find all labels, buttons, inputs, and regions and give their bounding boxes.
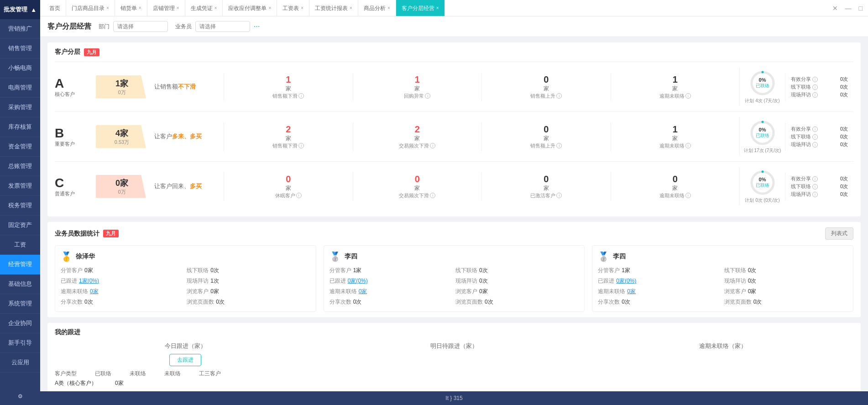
tab-0[interactable]: 首页 bbox=[44, 0, 66, 16]
settings-icon[interactable]: ⚙ bbox=[0, 388, 40, 405]
sidebar-item-3[interactable]: 电商管理 bbox=[0, 78, 40, 98]
sidebar-item-7[interactable]: 总账管理 bbox=[0, 157, 40, 176]
bottom-bar: It } 315 bbox=[40, 391, 868, 405]
tab-4[interactable]: 生成凭证× bbox=[185, 0, 223, 16]
tier-stat-C-1[interactable]: 0 家 交易频次下滑 i bbox=[353, 172, 482, 201]
sidebar-item-12[interactable]: 经营管理 bbox=[0, 255, 40, 274]
tier-volume-B: 4家 0.53万 bbox=[91, 121, 151, 152]
tab-close-5[interactable]: × bbox=[268, 0, 271, 16]
sidebar-toggle-icon[interactable]: ▲ bbox=[31, 6, 37, 13]
sidebar-item-16[interactable]: 新手引导 bbox=[0, 333, 40, 353]
sidebar-header[interactable]: 批发管理 ▲ bbox=[0, 0, 40, 19]
sidebar-title: 批发管理 bbox=[4, 5, 27, 14]
tab-close-6[interactable]: × bbox=[301, 0, 303, 16]
tier-stat-A-2[interactable]: 0 家 销售额上升 i bbox=[481, 73, 611, 101]
sidebar-item-2[interactable]: 小畅电商 bbox=[0, 58, 40, 78]
tab-3[interactable]: 店铺管理× bbox=[147, 0, 185, 16]
filter-more-icon[interactable]: ··· bbox=[254, 22, 260, 31]
sidebar-item-11[interactable]: 工资 bbox=[0, 235, 40, 255]
tab-close-9[interactable]: × bbox=[436, 0, 439, 16]
salesman-stat-2-2[interactable]: 已跟进0家(0%) bbox=[598, 277, 721, 285]
sidebar-item-13[interactable]: 基础信息 bbox=[0, 274, 40, 294]
close-tab-icon[interactable]: ✕ bbox=[831, 5, 840, 12]
sidebar-item-17[interactable]: 云应用 bbox=[0, 353, 40, 373]
tier-stat-C-0[interactable]: 0 家 休眠客户 i bbox=[224, 172, 353, 201]
tier-circle-B: 0% 已联络 计划 17次 (7天/次) bbox=[739, 117, 785, 156]
tab-close-4[interactable]: × bbox=[214, 0, 217, 16]
salesman-stat-0-5: 浏览客户0家 bbox=[187, 288, 310, 295]
salesman-stats-grid-1: 分管客户1家线下联络0次已跟进0家(0%)现场拜访0次逾期未联络0家浏览客户0家… bbox=[329, 267, 579, 306]
tab-close-7[interactable]: × bbox=[350, 0, 352, 16]
goto-followup-button[interactable]: 去跟进 bbox=[169, 354, 201, 366]
tier-stat-A-1[interactable]: 1 家 回购异常 i bbox=[353, 73, 482, 101]
tier-right-stats-B: 有效分享 i0次线下联络 i0次现场拜访 i0次 bbox=[785, 123, 853, 151]
tab-close-2[interactable]: × bbox=[139, 0, 141, 16]
sidebar-item-15[interactable]: 企业协同 bbox=[0, 314, 40, 333]
sidebar-item-6[interactable]: 资金管理 bbox=[0, 137, 40, 157]
tier-stat-B-2[interactable]: 0 家 销售额上升 i bbox=[481, 122, 611, 151]
sidebar-item-0[interactable]: 营销推广 bbox=[0, 19, 40, 39]
staff-label: 业务员 bbox=[175, 23, 192, 31]
sidebar-item-4[interactable]: 采购管理 bbox=[0, 98, 40, 117]
tier-right-stats-C: 有效分享 i0次线下联络 i0次现场拜访 i0次 bbox=[785, 173, 853, 200]
tomorrow-followup-title: 明日待跟进（家） bbox=[324, 342, 585, 350]
tab-close-3[interactable]: × bbox=[177, 0, 179, 16]
tier-stat-A-0[interactable]: 1 家 销售额下滑 i bbox=[224, 73, 353, 101]
staff-select[interactable] bbox=[195, 21, 250, 32]
minimize-icon[interactable]: — bbox=[843, 5, 853, 12]
sidebar-item-8[interactable]: 发票管理 bbox=[0, 176, 40, 196]
salesman-stat-0-2[interactable]: 已跟进1家(0%) bbox=[61, 277, 184, 285]
sidebar-item-5[interactable]: 库存核算 bbox=[0, 117, 40, 137]
sidebar-item-9[interactable]: 税务管理 bbox=[0, 196, 40, 216]
tab-6[interactable]: 工资表× bbox=[277, 0, 309, 16]
tab-close-1[interactable]: × bbox=[106, 0, 109, 16]
tier-stat-B-0[interactable]: 2 家 销售额下滑 i bbox=[224, 122, 353, 151]
tier-stat-A-3[interactable]: 1 家 逾期未联络 i bbox=[611, 73, 740, 101]
tab-9[interactable]: 客户分层经营× bbox=[396, 0, 445, 16]
salesman-stats-grid-0: 分管客户0家线下联络0次已跟进1家(0%)现场拜访1次逾期未联络0家浏览客户0家… bbox=[61, 267, 310, 306]
salesman-stat-1-6: 分享次数0次 bbox=[329, 298, 453, 306]
salesman-card-2: 🥈李四分管客户1家线下联络0次已跟进0家(0%)现场拜访0次逾期未联络0家浏览客… bbox=[592, 245, 853, 312]
salesman-stat-1-5: 浏览客户0家 bbox=[455, 288, 579, 295]
customer-tier-title: 客户分层 九月 bbox=[55, 48, 853, 56]
tab-8[interactable]: 商品分析× bbox=[358, 0, 396, 16]
tier-stat-B-3[interactable]: 1 家 逾期未联络 i bbox=[611, 122, 740, 151]
tab-5[interactable]: 应收应付调整单× bbox=[223, 0, 277, 16]
tabs-actions: ✕ — □ bbox=[831, 5, 864, 12]
list-view-button[interactable]: 列表式 bbox=[825, 227, 853, 240]
salesman-section: 业务员数据统计 九月 列表式 🥇徐泽华分管客户0家线下联络0次已跟进1家(0%)… bbox=[47, 222, 861, 317]
tab-1[interactable]: 门店商品目录× bbox=[66, 0, 115, 16]
tomorrow-followup-card: 明日待跟进（家） bbox=[324, 342, 585, 387]
dept-select[interactable] bbox=[113, 21, 168, 32]
salesman-stat-0-4[interactable]: 逾期未联络0家 bbox=[61, 288, 184, 295]
tab-close-8[interactable]: × bbox=[387, 0, 390, 16]
salesman-stat-1-4[interactable]: 逾期未联络0家 bbox=[329, 288, 453, 295]
tab-2[interactable]: 销货单× bbox=[115, 0, 147, 16]
tier-strategy-C: 让客户回来、多买 bbox=[151, 182, 224, 190]
sidebar-item-10[interactable]: 固定资产 bbox=[0, 216, 40, 235]
tier-strategy-B: 让客户多来、多买 bbox=[151, 132, 224, 141]
tier-circle-C: 0% 已联络 计划 0次 (0天/次) bbox=[739, 167, 785, 205]
salesman-stat-2-5: 浏览客户0家 bbox=[724, 288, 847, 295]
salesman-stat-2-4[interactable]: 逾期未联络0家 bbox=[598, 288, 721, 295]
salesman-stat-1-2[interactable]: 已跟进0家(0%) bbox=[329, 277, 453, 285]
tabs-bar: 首页门店商品目录×销货单×店铺管理×生成凭证×应收应付调整单×工资表×工资统计报… bbox=[40, 0, 868, 16]
tier-right-stats-A: 有效分享 i0次线下联络 i0次现场拜访 i0次 bbox=[785, 73, 853, 101]
salesman-stat-1-1: 线下联络0次 bbox=[455, 267, 579, 274]
bottom-bar-text: It } 315 bbox=[445, 395, 462, 401]
salesman-stats-grid-2: 分管客户1家线下联络0次已跟进0家(0%)现场拜访0次逾期未联络0家浏览客户0家… bbox=[598, 267, 847, 306]
salesman-stat-1-7: 浏览页面数0次 bbox=[455, 298, 579, 306]
tab-7[interactable]: 工资统计报表× bbox=[309, 0, 358, 16]
tier-stat-B-1[interactable]: 2 家 交易频次下滑 i bbox=[353, 122, 482, 151]
salesman-stat-0-6: 分享次数0次 bbox=[61, 298, 184, 306]
sidebar-item-14[interactable]: 系统管理 bbox=[0, 294, 40, 314]
page-title: 客户分层经营 bbox=[47, 22, 91, 32]
salesman-stat-0-1: 线下联络0次 bbox=[187, 267, 310, 274]
customer-tier-section: 客户分层 九月 A核心客户 1家 0万 让销售额不下滑 1 家 销售额下滑 i … bbox=[47, 42, 861, 216]
salesman-name-0: 徐泽华 bbox=[76, 252, 95, 261]
tier-stat-C-2[interactable]: 0 家 已激活客户 i bbox=[481, 172, 611, 201]
sidebar-item-1[interactable]: 销售管理 bbox=[0, 39, 40, 58]
month-badge: 九月 bbox=[84, 48, 99, 56]
tier-stat-C-3[interactable]: 0 家 逾期未联络 i bbox=[611, 172, 740, 201]
maximize-icon[interactable]: □ bbox=[857, 5, 864, 12]
